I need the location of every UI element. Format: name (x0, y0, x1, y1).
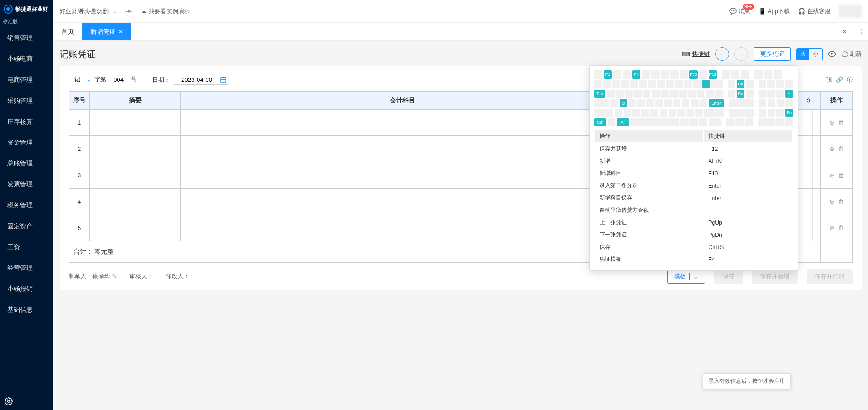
add-row-icon[interactable]: ⊕ (829, 198, 834, 205)
shortcut-col-key: 快捷键 (704, 130, 792, 142)
shortcut-op: 上一张凭证 (595, 217, 703, 228)
delete-row-icon[interactable]: 🗑 (838, 119, 844, 126)
summary-cell[interactable] (90, 189, 181, 215)
shortcut-op: 保存 (595, 241, 703, 253)
shortcut-op: 自动平衡借贷方金额 (595, 205, 703, 216)
shortcut-key: Enter (704, 180, 792, 191)
col-summary: 摘要 (90, 92, 181, 110)
subject-cell[interactable] (181, 162, 625, 189)
org-settings-button[interactable] (125, 8, 133, 15)
sidebar-item-3[interactable]: 采购管理 (0, 90, 53, 111)
brand-version: 标准版 (0, 18, 53, 28)
next-voucher-button[interactable]: → (734, 47, 748, 61)
topbar: 好业财测试-量勿删 ⌄ ☁ 我要看实例演示 💬 消息 99+ 📱 App下载 � (53, 0, 868, 23)
service-label: 在线客服 (807, 7, 831, 15)
summary-cell[interactable] (90, 136, 181, 162)
messages-button[interactable]: 💬 消息 99+ (729, 7, 750, 15)
shortcut-key: F12 (704, 143, 792, 155)
sidebar-item-2[interactable]: 电商管理 (0, 70, 53, 90)
org-selector[interactable]: 好业财测试-量勿删 ⌄ (60, 7, 117, 15)
shortcut-key: Alt+N (704, 155, 792, 167)
tab-new-voucher[interactable]: 新增凭证 ✕ (82, 23, 131, 40)
row-index: 1 (69, 110, 90, 136)
headset-icon: 🎧 (798, 8, 805, 15)
add-row-icon[interactable]: ⊕ (829, 225, 834, 231)
size-big[interactable]: 大 (797, 49, 809, 60)
shortcut-key: F4 (704, 254, 792, 265)
modifier-label: 修改人： (166, 272, 189, 280)
sidebar-item-10[interactable]: 工资 (0, 237, 53, 258)
sidebar-item-13[interactable]: 基础信息 (0, 300, 53, 320)
sidebar-item-11[interactable]: 经营管理 (0, 258, 53, 279)
phone-icon: 📱 (759, 8, 766, 15)
tab-home[interactable]: 首页 (53, 23, 82, 40)
voucher-type-input[interactable] (70, 76, 84, 83)
fullscreen-button[interactable]: ⛶ (853, 26, 864, 37)
shortcut-key: PgUp (704, 217, 792, 228)
subject-cell[interactable] (181, 110, 625, 136)
refresh-button[interactable]: 刷新 (842, 50, 862, 58)
delete-row-icon[interactable]: 🗑 (838, 145, 844, 152)
sidebar-item-9[interactable]: 固定资产 (0, 216, 53, 237)
voucher-number-input[interactable] (109, 76, 128, 83)
delete-row-icon[interactable]: 🗑 (838, 172, 844, 179)
more-voucher-button[interactable]: 更多凭证 (754, 47, 791, 61)
sidebar-item-12[interactable]: 小畅报销 (0, 279, 53, 300)
sidebar: 畅捷通好业财 标准版 销售管理小畅电商电商管理采购管理库存核算资金管理总账管理发… (0, 0, 53, 410)
service-button[interactable]: 🎧 在线客服 (798, 7, 831, 15)
shortcut-key: F10 (704, 168, 792, 179)
sidebar-settings-button[interactable] (0, 393, 53, 410)
template-button[interactable]: 模板 ⌄ (667, 269, 705, 284)
svg-point-4 (831, 53, 833, 55)
total-text: 零元整 (94, 248, 114, 255)
sidebar-item-4[interactable]: 库存核算 (0, 111, 53, 132)
summary-cell[interactable] (90, 215, 181, 241)
delete-row-icon[interactable]: 🗑 (838, 225, 844, 231)
shortcut-op: 凭证模板 (595, 254, 703, 265)
close-all-button[interactable]: ✕ (839, 26, 850, 37)
svg-point-1 (7, 8, 10, 10)
subject-cell[interactable] (181, 215, 625, 241)
add-row-icon[interactable]: ⊕ (829, 145, 834, 152)
attachment-icon[interactable]: 🔗 (836, 76, 843, 83)
avatar[interactable] (839, 5, 862, 18)
brand-name: 畅捷通好业财 (15, 5, 48, 13)
save-button: 保存 (714, 269, 743, 284)
tab-bar: 首页 新增凭证 ✕ ✕ ⛶ (53, 23, 868, 41)
shortcut-op: 新增 (595, 155, 703, 167)
prev-voucher-button[interactable]: ← (715, 47, 729, 61)
add-row-icon[interactable]: ⊕ (829, 119, 834, 126)
refresh-label: 刷新 (850, 50, 862, 58)
row-index: 4 (69, 189, 90, 215)
sidebar-item-8[interactable]: 税务管理 (0, 195, 53, 216)
delete-row-icon[interactable]: 🗑 (838, 198, 844, 205)
svg-rect-5 (221, 77, 226, 82)
logo-icon (3, 4, 14, 15)
summary-cell[interactable] (90, 110, 181, 136)
close-icon[interactable]: ✕ (119, 29, 123, 35)
arrow-left-icon: ← (719, 51, 725, 58)
chevron-down-icon[interactable]: ⌄ (87, 76, 92, 83)
sidebar-item-0[interactable]: 销售管理 (0, 28, 53, 49)
download-button[interactable]: 📱 App下载 (759, 7, 790, 15)
sidebar-item-6[interactable]: 总账管理 (0, 153, 53, 174)
summary-cell[interactable] (90, 162, 181, 189)
demo-link[interactable]: ☁ 我要看实例演示 (141, 7, 190, 15)
sidebar-item-7[interactable]: 发票管理 (0, 174, 53, 195)
row-index: 2 (69, 136, 90, 162)
shortcut-button[interactable]: ⌨ 快捷键 (682, 50, 710, 58)
edit-icon[interactable]: ✎ (112, 273, 117, 280)
subject-cell[interactable] (181, 136, 625, 162)
size-small[interactable]: 小 (809, 49, 822, 60)
sidebar-item-1[interactable]: 小畅电商 (0, 49, 53, 70)
calendar-icon[interactable] (220, 76, 227, 83)
save-new-button: 保存并新增 (752, 269, 798, 284)
date-input[interactable] (176, 76, 217, 83)
subject-cell[interactable] (181, 189, 625, 215)
info-icon[interactable]: ⓘ (847, 76, 853, 84)
col-index: 序号 (69, 92, 90, 110)
tab-home-label: 首页 (61, 28, 74, 36)
sidebar-item-5[interactable]: 资金管理 (0, 132, 53, 153)
add-row-icon[interactable]: ⊕ (829, 172, 834, 179)
view-button[interactable] (828, 50, 836, 58)
